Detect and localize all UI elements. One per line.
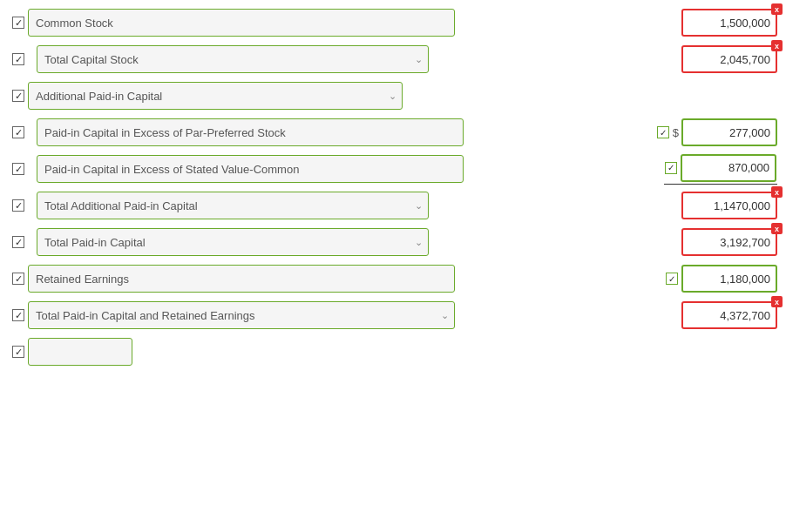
value-text-total-capital: 2,045,700	[720, 53, 770, 66]
label-text-paid-preferred: Paid-in Capital in Excess of Par-Preferr…	[44, 126, 286, 139]
label-text-total-capital: Total Capital Stock	[44, 53, 139, 66]
value-retained-earnings[interactable]: 1,180,000	[681, 265, 777, 293]
close-total-additional[interactable]: x	[771, 186, 783, 198]
checkbox-paid-preferred[interactable]	[9, 126, 28, 138]
sub-value-area-common: 870,000	[664, 154, 777, 185]
dollar-preferred: $	[673, 126, 679, 139]
checkbox-common-stock[interactable]	[9, 17, 28, 29]
row-total-capital: Total Capital Stock ⌄ x 2,045,700	[9, 44, 777, 75]
value-text-common-stock: 1,500,000	[720, 17, 770, 30]
value-text-paid-common: 870,000	[728, 161, 769, 174]
checkbox-icon-additional-paid[interactable]	[12, 90, 24, 102]
checkbox-total-capital[interactable]	[9, 53, 28, 65]
checkbox-total-retained[interactable]	[9, 309, 28, 321]
checkbox-icon-total-retained[interactable]	[12, 309, 24, 321]
value-area-retained: 1,180,000	[666, 265, 777, 293]
label-additional-paid: Additional Paid-in Capital ⌄	[28, 82, 403, 110]
value-total-capital[interactable]: 2,045,700	[681, 45, 777, 73]
label-bottom-partial	[28, 338, 132, 366]
row-total-paid-in: Total Paid-in Capital ⌄ x 3,192,700	[9, 226, 777, 258]
value-paid-common[interactable]: 870,000	[681, 154, 776, 182]
label-total-paid-in: Total Paid-in Capital ⌄	[37, 228, 429, 256]
value-wrap-total-additional: x 1,1470,000	[681, 192, 777, 219]
checkbox-icon-total-capital[interactable]	[12, 53, 24, 65]
value-text-total-retained: 4,372,700	[720, 309, 770, 322]
dropdown-arrow-total-paid-in[interactable]: ⌄	[415, 237, 423, 248]
checkbox-icon-paid-common[interactable]	[12, 163, 24, 175]
label-text-total-paid-in: Total Paid-in Capital	[44, 236, 146, 249]
label-text-total-additional: Total Additional Paid-in Capital	[44, 199, 198, 212]
label-text-paid-common: Paid-in Capital in Excess of Stated Valu…	[44, 163, 299, 176]
checkbox-sub-retained[interactable]	[666, 273, 678, 285]
close-common-stock[interactable]: x	[771, 3, 783, 15]
row-common-stock: Common Stock x 1,500,000	[9, 7, 777, 38]
value-wrap-common-stock: x 1,500,000	[681, 9, 777, 37]
value-text-total-additional: 1,1470,000	[714, 199, 770, 212]
label-paid-preferred: Paid-in Capital in Excess of Par-Preferr…	[37, 118, 464, 146]
row-total-additional: Total Additional Paid-in Capital ⌄ x 1,1…	[9, 190, 777, 221]
value-wrap-total-paid-in: x 3,192,700	[681, 228, 777, 256]
row-total-retained: Total Paid-in Capital and Retained Earni…	[9, 300, 777, 331]
label-total-capital: Total Capital Stock ⌄	[37, 45, 429, 73]
checkbox-icon-retained-earnings[interactable]	[12, 273, 24, 285]
checkbox-icon-paid-preferred[interactable]	[12, 126, 24, 138]
value-paid-preferred[interactable]: 277,000	[681, 118, 777, 146]
checkbox-additional-paid[interactable]	[9, 90, 28, 102]
value-wrap-total-capital: x 2,045,700	[681, 45, 777, 73]
value-text-retained-earnings: 1,180,000	[720, 273, 770, 286]
checkbox-sub-common[interactable]	[665, 162, 677, 174]
underline-common	[664, 184, 777, 185]
dropdown-arrow-total-additional[interactable]: ⌄	[415, 200, 423, 212]
value-text-total-paid-in: 3,192,700	[720, 236, 770, 249]
label-text-common-stock: Common Stock	[36, 17, 113, 30]
value-text-paid-preferred: 277,000	[729, 126, 770, 139]
row-paid-in-preferred: Paid-in Capital in Excess of Par-Preferr…	[9, 117, 777, 148]
dropdown-arrow-total-retained[interactable]: ⌄	[441, 310, 449, 321]
checkbox-icon-bottom-partial[interactable]	[12, 346, 24, 358]
checkbox-total-paid-in[interactable]	[9, 236, 28, 248]
checkbox-icon-common-stock[interactable]	[12, 17, 24, 29]
label-total-additional: Total Additional Paid-in Capital ⌄	[37, 192, 429, 219]
value-total-additional[interactable]: 1,1470,000	[681, 192, 777, 219]
close-total-paid-in[interactable]: x	[771, 223, 783, 234]
row-retained-earnings: Retained Earnings 1,180,000	[9, 263, 777, 294]
label-text-additional-paid: Additional Paid-in Capital	[36, 90, 162, 103]
label-text-total-retained: Total Paid-in Capital and Retained Earni…	[36, 309, 255, 322]
main-container: Common Stock x 1,500,000 Total Capital S…	[0, 0, 786, 380]
row-paid-in-common: Paid-in Capital in Excess of Stated Valu…	[9, 153, 777, 185]
row-additional-paid: Additional Paid-in Capital ⌄	[9, 80, 777, 111]
checkbox-sub-preferred[interactable]	[657, 126, 669, 138]
dropdown-arrow-total-capital[interactable]: ⌄	[415, 54, 423, 65]
dropdown-arrow-additional-paid[interactable]: ⌄	[389, 91, 396, 102]
checkbox-retained-earnings[interactable]	[9, 273, 28, 285]
value-section-total-paid-in: x 3,192,700	[681, 228, 777, 256]
label-paid-common: Paid-in Capital in Excess of Stated Valu…	[37, 155, 464, 183]
label-retained-earnings: Retained Earnings	[28, 265, 455, 293]
value-total-paid-in[interactable]: 3,192,700	[681, 228, 777, 256]
label-text-retained-earnings: Retained Earnings	[36, 273, 129, 286]
checkbox-icon-total-additional[interactable]	[12, 199, 24, 212]
checkbox-bottom-partial[interactable]	[9, 346, 28, 358]
label-common-stock: Common Stock	[28, 9, 455, 37]
checkbox-total-additional[interactable]	[9, 199, 28, 212]
close-total-capital[interactable]: x	[771, 40, 783, 51]
value-common-stock[interactable]: 1,500,000	[681, 9, 777, 37]
checkbox-icon-total-paid-in[interactable]	[12, 236, 24, 248]
close-total-retained[interactable]: x	[771, 296, 783, 307]
checkbox-paid-common[interactable]	[9, 163, 28, 175]
value-wrap-total-retained: x 4,372,700	[681, 301, 777, 329]
sub-value-area-preferred: $ 277,000	[657, 118, 777, 146]
value-total-retained[interactable]: 4,372,700	[681, 301, 777, 329]
label-total-retained: Total Paid-in Capital and Retained Earni…	[28, 301, 455, 329]
row-bottom-partial	[9, 336, 777, 367]
